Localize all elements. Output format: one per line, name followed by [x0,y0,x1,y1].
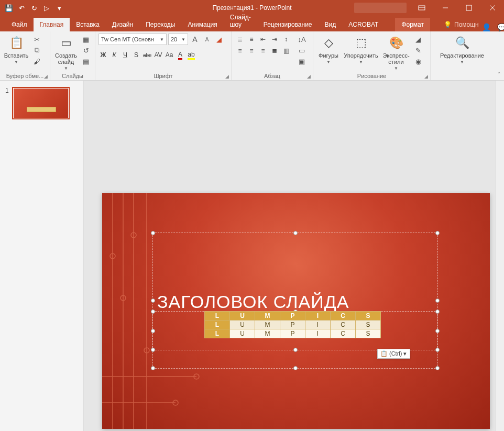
tab-format[interactable]: Формат [395,18,430,31]
align-text-icon[interactable]: ▭ [297,46,307,55]
shadow-button[interactable]: S [132,50,141,60]
account-area[interactable] [354,3,407,13]
pasted-table[interactable]: LUMPICS LUMPICS LUMPICS [204,311,381,338]
cut-icon[interactable]: ✂ [31,35,42,44]
collapse-ribbon-icon[interactable]: ˄ [498,71,501,78]
font-name-combo[interactable]: Tw Cen MT (Основн▼ [98,34,167,45]
dialog-launcher-icon[interactable]: ◢ [424,74,428,79]
paste-options-button[interactable]: 📋 (Ctrl) ▾ [377,349,410,359]
highlight-color-button[interactable]: ab [187,50,196,60]
font-size-combo[interactable]: 20▼ [168,34,188,45]
close-icon[interactable] [480,0,504,16]
minimize-icon[interactable] [433,0,457,16]
slide-thumbnail-panel: 1 [0,81,84,431]
tab-acrobat[interactable]: ACROBAT [342,18,385,31]
arrange-label: Упорядочить [344,52,378,59]
slide-thumbnail[interactable] [12,87,70,119]
char-spacing-button[interactable]: AV [154,50,163,60]
tell-me[interactable]: 💡Помощн [441,18,482,31]
paste-options-label: (Ctrl) ▾ [389,350,407,357]
table-header-row: LUMPICS [205,312,381,321]
redo-icon[interactable]: ↻ [29,3,39,13]
tab-file[interactable]: Файл [5,18,34,31]
shapes-icon: ◇ [320,35,337,51]
share-icon[interactable]: 💬 [497,23,504,31]
dialog-launcher-icon[interactable]: ◢ [225,74,229,79]
slide-number: 1 [5,87,9,119]
slideshow-icon[interactable]: ▷ [42,3,51,13]
reset-icon[interactable]: ↺ [81,46,91,55]
numbering-icon[interactable]: ≡ [246,35,257,44]
clear-format-icon[interactable]: ◢ [214,34,224,45]
slide-canvas[interactable]: ЗАГОЛОВОК СЛАЙДА LUMPICS LUMPICS [102,193,490,429]
shapes-button[interactable]: ◇ Фигуры ▼ [316,34,341,64]
signin-icon[interactable]: 👤 [482,23,491,31]
grow-font-icon[interactable]: A [190,34,200,45]
tab-view[interactable]: Вид [319,18,343,31]
chevron-down-icon: ▼ [359,60,363,64]
vertical-scrollbar[interactable] [496,81,504,431]
group-label-slides: Слайды [50,72,95,80]
tab-home[interactable]: Главная [34,18,70,31]
align-right-icon[interactable]: ≡ [258,46,268,56]
bold-button[interactable]: Ж [98,50,108,60]
chevron-down-icon: ▼ [181,37,185,42]
ribbon-options-icon[interactable] [410,0,433,16]
new-slide-button[interactable]: ▭ Создать слайд ▼ [53,34,79,71]
search-icon: 🔍 [454,35,470,51]
dialog-launcher-icon[interactable]: ◢ [44,74,48,79]
arrange-button[interactable]: ⬚ Упорядочить ▼ [343,34,379,64]
clipboard-icon: 📋 [380,350,388,357]
tab-animation[interactable]: Анимация [181,18,223,31]
chevron-down-icon: ▼ [326,60,331,64]
shape-outline-icon[interactable]: ✎ [413,46,423,55]
align-center-icon[interactable]: ≡ [246,46,257,56]
tab-insert[interactable]: Вставка [70,18,106,31]
tab-slideshow[interactable]: Слайд-шоу [224,10,257,31]
tab-review[interactable]: Рецензирование [257,18,319,31]
bullets-icon[interactable]: ≣ [235,35,245,44]
inc-indent-icon[interactable]: ⇥ [269,35,280,44]
paste-button[interactable]: 📋 Вставить ▼ [3,34,29,64]
ribbon: 📋 Вставить ▼ ✂ ⧉ 🖌 Буфер обме...◢ ▭ Созд… [0,31,504,81]
group-label-font: Шрифт◢ [95,72,231,80]
group-label-paragraph: Абзац◢ [232,72,313,80]
columns-icon[interactable]: ▥ [281,46,291,56]
format-painter-icon[interactable]: 🖌 [31,57,42,66]
smartart-icon[interactable]: ▣ [297,57,307,66]
slide-edit-area[interactable]: ЗАГОЛОВОК СЛАЙДА LUMPICS LUMPICS [84,81,504,431]
shrink-font-icon[interactable]: A [202,34,212,45]
section-icon[interactable]: ▤ [81,57,91,66]
slide-thumbnail-item[interactable]: 1 [5,87,78,119]
find-button[interactable]: 🔍 Редактирование ▼ [436,34,488,64]
change-case-button[interactable]: Aa [165,50,174,60]
shape-fill-icon[interactable]: ◢ [413,35,423,44]
new-slide-label: Создать слайд [55,52,77,65]
maximize-icon[interactable] [457,0,480,16]
justify-icon[interactable]: ≣ [269,46,280,56]
window-controls [354,0,504,16]
shape-effects-icon[interactable]: ◉ [413,57,423,66]
layout-icon[interactable]: ▦ [81,35,91,44]
quick-styles-button[interactable]: 🎨 Экспресс- стили ▼ [381,34,411,71]
ribbon-tabs: Файл Главная Вставка Дизайн Переходы Ани… [0,16,504,31]
italic-button[interactable]: К [109,50,119,60]
dialog-launcher-icon[interactable]: ◢ [307,74,311,79]
tab-design[interactable]: Дизайн [106,18,139,31]
strike-button[interactable]: abc [143,50,152,60]
save-icon[interactable]: 💾 [4,3,14,13]
line-spacing-icon[interactable]: ↕ [281,35,291,44]
dec-indent-icon[interactable]: ⇤ [258,35,268,44]
bulb-icon: 💡 [444,21,452,28]
align-left-icon[interactable]: ≡ [235,46,245,56]
text-direction-icon[interactable]: ↕A [297,35,307,44]
undo-icon[interactable]: ↶ [17,3,26,13]
chevron-down-icon: ▼ [14,60,18,64]
styles-icon: 🎨 [388,35,404,51]
copy-icon[interactable]: ⧉ [31,46,42,55]
underline-button[interactable]: Ч [120,50,130,60]
qat-more-icon[interactable]: ▾ [54,3,64,13]
font-color-button[interactable]: A [176,50,185,60]
chevron-down-icon: ▼ [160,37,164,42]
tab-transitions[interactable]: Переходы [139,18,181,31]
